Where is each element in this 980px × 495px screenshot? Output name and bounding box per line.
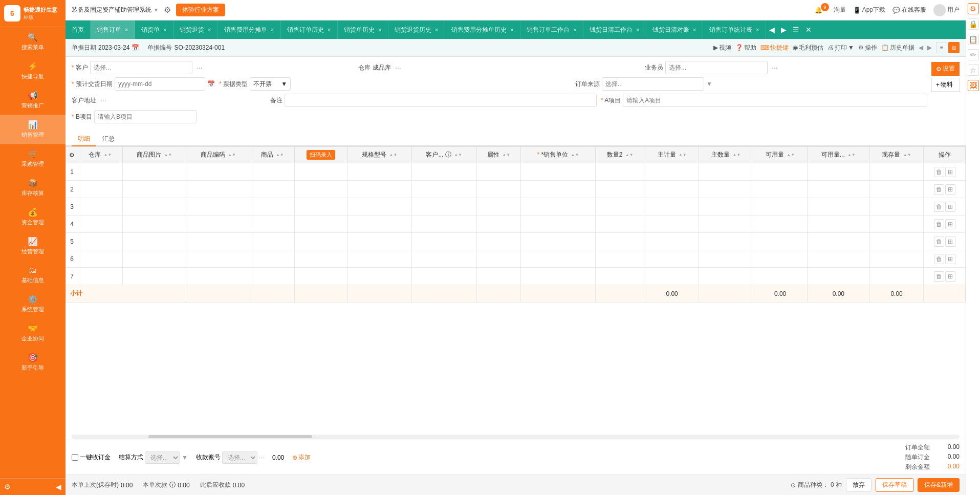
tab-menu-btn[interactable]: ☰ [790,20,802,39]
sidebar-item-finance[interactable]: 💰 资金管理 [0,202,66,231]
solution-button[interactable]: 体验行业方案 [176,4,225,16]
col-main-qty[interactable]: 主数量 ▲▼ [699,147,753,163]
tab-fee-history[interactable]: 销售费用分摊单历史 ✕ [445,20,520,39]
row-customer-code[interactable] [411,181,476,198]
delete-row-btn[interactable]: 🗑 [934,219,944,229]
ops-btn[interactable]: ⚙ 操作 [858,44,877,52]
copy-row-btn[interactable]: ⊞ [945,167,955,177]
grid-layout-btn[interactable]: ⊞ [948,42,960,53]
customer-input[interactable] [90,61,192,74]
next-record-icon[interactable]: ▶ [927,44,932,51]
tab-close-icon[interactable]: ✕ [636,27,640,33]
tab-close-icon[interactable]: ✕ [573,27,577,33]
tab-close-all-btn[interactable]: ✕ [802,20,815,39]
row-qty2[interactable] [595,163,645,181]
row-attr[interactable] [476,181,521,198]
b-project-input[interactable] [94,110,197,123]
col-spec[interactable]: 规格型号 ▲▼ [347,147,411,163]
save-draft-btn[interactable]: 保存草稿 [876,478,913,492]
row-available[interactable] [753,163,808,181]
row-warehouse[interactable] [78,163,123,181]
tab-next-btn[interactable]: ▶ [778,20,790,39]
row-main-unit[interactable] [645,163,699,181]
tab-close-icon[interactable]: ✕ [270,27,274,33]
salesperson-more-icon[interactable]: ··· [772,63,778,72]
row-available[interactable] [753,181,808,198]
settings-bottom-icon[interactable]: ⚙ [4,483,11,491]
row-image[interactable] [122,181,186,198]
right-panel-lock-icon[interactable]: 🔒 [968,18,979,30]
add-btn[interactable]: ⊕ 添加 [292,453,311,462]
tab-close-icon[interactable]: ✕ [692,27,696,33]
profit-btn[interactable]: ◉ 毛利预估 [793,44,823,52]
copy-row-btn[interactable]: ⊞ [945,184,955,195]
right-panel-image-icon[interactable]: 🖼 [968,80,979,91]
col-code[interactable]: 商品编码 ▲▼ [186,147,250,163]
one-click-checkbox[interactable] [72,454,78,461]
print-btn[interactable]: 🖨 打印 ▼ [827,44,854,52]
tab-home[interactable]: 首页 [66,20,91,39]
col-available[interactable]: 可用量 ▲▼ [753,147,808,163]
sidebar-item-quick[interactable]: ⚡ 快捷导航 [0,56,66,85]
row-unit[interactable] [521,163,595,181]
tab-daily-workbench[interactable]: 钱货日清工作台 ✕ [583,20,646,39]
tab-detail[interactable]: 明细 [72,133,96,146]
app-download-item[interactable]: 📱 App下载 [853,6,885,14]
tab-close-icon[interactable]: ✕ [207,27,211,33]
col-image[interactable]: 商品图片 ▲▼ [122,147,186,163]
tab-sales-order-history[interactable]: 销售订单历史 ✕ [281,20,338,39]
col-unit[interactable]: * *销售单位 ▲▼ [521,147,595,163]
sidebar-item-system[interactable]: ⚙️ 系统管理 [0,289,66,318]
shortcut-btn[interactable]: ⌨ 快捷键 [760,44,789,52]
col-available2[interactable]: 可用量... ▲▼ [807,147,869,163]
sidebar-item-inventory[interactable]: 📦 库存核算 [0,173,66,202]
copy-row-btn[interactable]: ⊞ [945,271,955,282]
delivery-input[interactable] [115,77,205,91]
view-btn[interactable]: ▶ 视频 [713,44,731,52]
sidebar-item-basic[interactable]: 🗂 基础信息 [0,261,66,289]
col-stock[interactable]: 现存量 ▲▼ [869,147,924,163]
scroll-thumb[interactable] [148,435,312,438]
tab-sales-workbench[interactable]: 销售订单工作台 ✕ [520,20,583,39]
tab-close-icon[interactable]: ✕ [510,27,514,33]
user-item[interactable]: 用户 [933,4,960,16]
date-picker-icon[interactable]: 📅 [207,80,215,88]
row-warehouse[interactable] [78,181,123,198]
row-spec[interactable] [347,181,411,198]
tab-close-icon[interactable]: ✕ [378,27,382,33]
col-main-unit[interactable]: 主计量 ▲▼ [645,147,699,163]
address-more-icon[interactable]: ··· [100,96,106,104]
a-project-input[interactable] [623,94,927,107]
discard-btn[interactable]: 放弃 [846,478,872,492]
scan-btn[interactable]: 扫码录入 [307,150,335,160]
horizontal-scrollbar[interactable] [72,435,960,439]
collapse-icon[interactable]: ◀ [56,483,61,491]
copy-row-btn[interactable]: ⊞ [945,202,955,212]
tab-return-history[interactable]: 销货退货历史 ✕ [388,20,445,39]
row-main-unit[interactable] [645,181,699,198]
tab-summary[interactable]: 汇总 [96,133,121,146]
delete-row-btn[interactable]: 🗑 [934,184,944,195]
account-more-icon[interactable]: ··· [259,454,264,461]
right-panel-settings-icon[interactable]: ⚙ [968,3,979,14]
row-unit[interactable] [521,181,595,198]
save-new-btn[interactable]: 保存&新增 [918,478,960,492]
copy-row-btn[interactable]: ⊞ [945,254,955,264]
col-scan[interactable]: 扫码录入 [294,147,347,163]
row-stock[interactable] [869,181,924,198]
row-main-qty[interactable] [699,163,753,181]
history-btn[interactable]: 📋 历史单据 [881,44,914,52]
row-main-qty[interactable] [699,181,753,198]
row-spec[interactable] [347,163,411,181]
tab-sales-order[interactable]: 销售订单 ✕ [91,20,135,39]
copy-row-btn[interactable]: ⊞ [945,236,955,247]
list-layout-btn[interactable]: ≡ [936,42,947,53]
topbar-settings-icon[interactable]: ⚙ [164,5,171,15]
col-attr[interactable]: 属性 ▲▼ [476,147,521,163]
right-panel-edit-icon[interactable]: ✏ [968,49,979,60]
row-attr[interactable] [476,163,521,181]
right-panel-copy-icon[interactable]: 📋 [968,34,979,45]
sidebar-item-operations[interactable]: 📈 经营管理 [0,231,66,261]
tab-close-icon[interactable]: ✕ [163,27,167,33]
sidebar-item-marketing[interactable]: 📢 营销推广 [0,85,66,115]
